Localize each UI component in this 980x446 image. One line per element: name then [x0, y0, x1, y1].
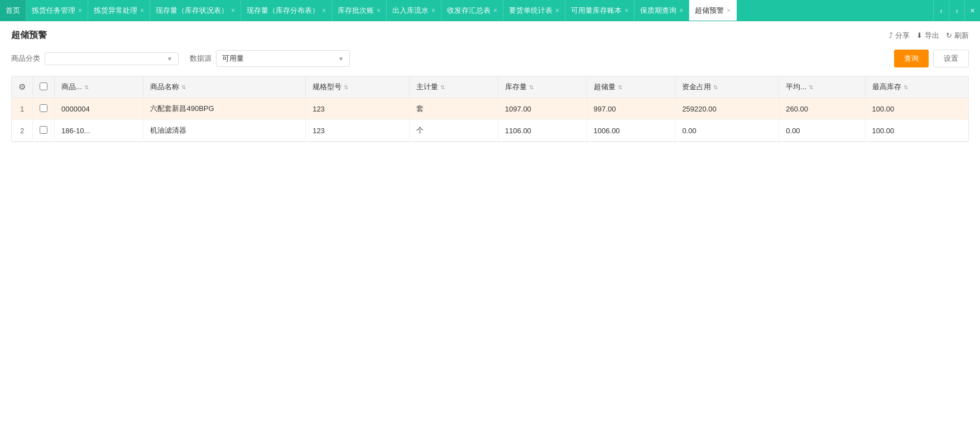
share-button[interactable]: ⤴ 分享: [889, 31, 910, 41]
nav-tab-receive-summary[interactable]: 收发存汇总表 ×: [441, 0, 503, 21]
share-label: 分享: [895, 31, 910, 41]
datasource-select[interactable]: 可用量 ▼: [216, 50, 350, 67]
avg-sort-icon: ⇅: [809, 84, 813, 90]
stock-sort-icon: ⇅: [529, 84, 534, 90]
th-capital-occ-label: 资金占用: [682, 82, 711, 92]
nav-tab-inventory-status-close[interactable]: ×: [231, 7, 235, 14]
top-nav: 首页 拣货任务管理 × 拣货异常处理 × 现存量（库存状况表） × 现存量（库存…: [0, 0, 980, 21]
nav-tab-overstock-alert-close[interactable]: ×: [727, 7, 731, 14]
nav-tab-available-ledger-label: 可用量库存账本: [571, 6, 622, 16]
th-overstock-label: 超储量: [594, 82, 616, 92]
th-checkbox: [33, 76, 55, 98]
nav-tab-task-mgmt[interactable]: 拣货任务管理 ×: [26, 0, 88, 21]
nav-arrows: ‹ › ×: [933, 0, 980, 21]
th-avg[interactable]: 平均... ⇅: [779, 76, 865, 98]
th-avg-label: 平均...: [786, 82, 806, 92]
product-code-cell: 186-10...: [55, 120, 143, 142]
refresh-button[interactable]: ↻ 刷新: [946, 31, 969, 41]
table-container: ⚙ 商品... ⇅ 商品名称 ⇅: [11, 76, 969, 142]
stock-cell: 1097.00: [498, 98, 587, 120]
category-chevron-icon: ▼: [167, 56, 172, 62]
table-body: 1 0000004 六配套新昌490BPG 123 套 1097.00 997.…: [12, 98, 968, 142]
row-num-cell: 2: [12, 120, 33, 142]
nav-tab-task-mgmt-close[interactable]: ×: [78, 7, 82, 14]
stock-cell: 1106.00: [498, 120, 587, 142]
table-row: 2 186-10... 机油滤清器 123 个 1106.00 1006.00 …: [12, 120, 968, 142]
nav-tab-inventory-batch-label: 库存批次账: [338, 6, 374, 16]
nav-tab-inventory-dist-label: 现存量（库存分布表）: [247, 6, 319, 16]
spec-sort-icon: ⇅: [344, 84, 348, 90]
overstock-cell: 997.00: [587, 98, 675, 120]
export-button[interactable]: ⬇ 导出: [916, 31, 939, 41]
nav-tab-quality-check-close[interactable]: ×: [679, 7, 683, 14]
nav-arrow-right[interactable]: ›: [949, 0, 964, 21]
settings-button[interactable]: 设置: [933, 50, 969, 67]
th-spec[interactable]: 规格型号 ⇅: [306, 76, 410, 98]
main-content: 超储预警 ⤴ 分享 ⬇ 导出 ↻ 刷新 商品分类 ▼ 数据源: [0, 21, 980, 446]
th-product-code-label: 商品...: [61, 82, 82, 92]
nav-tab-available-ledger-close[interactable]: ×: [624, 7, 628, 14]
nav-tab-overstock-alert-label: 超储预警: [695, 6, 724, 16]
category-select[interactable]: ▼: [45, 52, 179, 65]
gear-icon[interactable]: ⚙: [18, 82, 26, 91]
nav-tab-abnormal-close[interactable]: ×: [140, 7, 144, 14]
nav-tab-available-ledger[interactable]: 可用量库存账本 ×: [565, 0, 635, 21]
nav-tab-in-out-flow[interactable]: 出入库流水 ×: [387, 0, 441, 21]
page-title: 超储预警: [11, 30, 47, 41]
nav-tab-overstock-alert[interactable]: 超储预警 ×: [689, 0, 737, 21]
refresh-label: 刷新: [954, 31, 969, 41]
nav-tab-abnormal-label: 拣货异常处理: [94, 6, 137, 16]
nav-tab-inventory-dist[interactable]: 现存量（库存分布表） ×: [241, 0, 332, 21]
th-spec-label: 规格型号: [313, 82, 342, 92]
unit-cell: 个: [410, 120, 498, 142]
nav-arrow-left[interactable]: ‹: [933, 0, 949, 21]
nav-tab-inventory-batch[interactable]: 库存批次账 ×: [332, 0, 387, 21]
max-stock-sort-icon: ⇅: [904, 84, 908, 90]
overstock-cell: 1006.00: [587, 120, 675, 142]
filter-category: 商品分类 ▼: [11, 52, 179, 65]
th-product-name[interactable]: 商品名称 ⇅: [143, 76, 306, 98]
nav-tab-task-mgmt-label: 拣货任务管理: [32, 6, 75, 16]
th-settings: ⚙: [12, 76, 33, 98]
nav-tab-home[interactable]: 首页: [0, 0, 26, 21]
unit-sort-icon: ⇅: [440, 84, 445, 90]
avg-cell: 0.00: [779, 120, 865, 142]
product-name-cell: 机油滤清器: [143, 120, 306, 142]
th-stock[interactable]: 库存量 ⇅: [498, 76, 587, 98]
avg-cell: 260.00: [779, 98, 865, 120]
nav-tab-quality-check[interactable]: 保质期查询 ×: [635, 0, 689, 21]
select-all-checkbox[interactable]: [40, 83, 47, 90]
th-unit-label: 主计量: [416, 82, 438, 92]
th-capital-occ[interactable]: 资金占用 ⇅: [675, 76, 779, 98]
capital-occ-cell: 0.00: [675, 120, 779, 142]
spec-cell: 123: [306, 98, 410, 120]
th-product-code[interactable]: 商品... ⇅: [55, 76, 143, 98]
capital-occ-cell: 259220.00: [675, 98, 779, 120]
nav-arrow-close[interactable]: ×: [964, 0, 980, 21]
nav-tab-order-stat-close[interactable]: ×: [555, 7, 559, 14]
th-max-stock[interactable]: 最高库存 ⇅: [865, 76, 968, 98]
row-checkbox[interactable]: [40, 126, 47, 134]
nav-tab-in-out-flow-close[interactable]: ×: [431, 7, 435, 14]
th-overstock[interactable]: 超储量 ⇅: [587, 76, 675, 98]
unit-cell: 套: [410, 98, 498, 120]
capital-occ-sort-icon: ⇅: [713, 84, 718, 90]
nav-tab-inventory-dist-close[interactable]: ×: [322, 7, 326, 14]
product-code-cell: 0000004: [55, 98, 143, 120]
nav-tab-receive-summary-close[interactable]: ×: [493, 7, 497, 14]
nav-tab-order-stat[interactable]: 要货单统计表 ×: [503, 0, 565, 21]
row-checkbox[interactable]: [40, 104, 47, 112]
nav-tab-quality-check-label: 保质期查询: [640, 6, 676, 16]
row-checkbox-cell: [33, 98, 55, 120]
nav-tab-abnormal[interactable]: 拣货异常处理 ×: [88, 0, 150, 21]
data-table: ⚙ 商品... ⇅ 商品名称 ⇅: [12, 76, 968, 142]
category-label: 商品分类: [11, 54, 40, 64]
nav-tab-inventory-batch-close[interactable]: ×: [377, 7, 381, 14]
nav-tab-inventory-status[interactable]: 现存量（库存状况表） ×: [150, 0, 241, 21]
nav-tab-in-out-flow-label: 出入库流水: [392, 6, 429, 16]
th-unit[interactable]: 主计量 ⇅: [410, 76, 498, 98]
query-button[interactable]: 查询: [894, 50, 929, 67]
max-stock-cell: 100.00: [865, 98, 968, 120]
max-stock-cell: 100.00: [865, 120, 968, 142]
th-product-name-label: 商品名称: [150, 82, 179, 92]
